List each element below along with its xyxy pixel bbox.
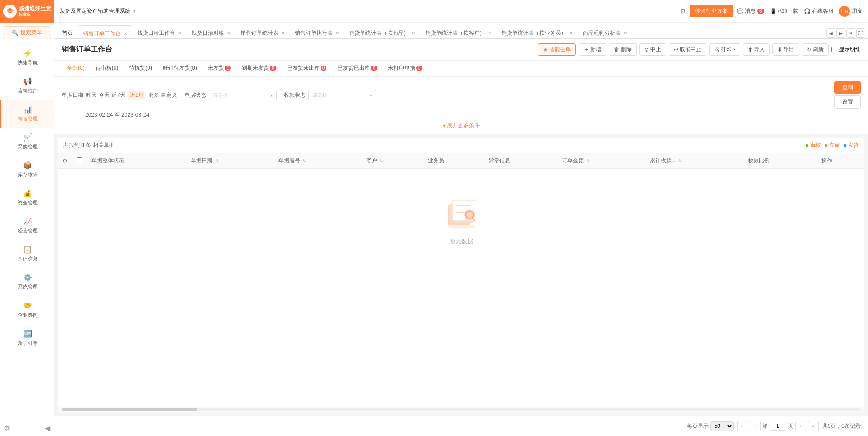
tab-sales-summary-product[interactable]: 销货单统计表（按商品） ✕: [344, 25, 420, 38]
tab-close-sales-summary-staff[interactable]: ✕: [569, 31, 573, 36]
settings-footer-icon[interactable]: ⚙: [4, 424, 10, 432]
show-detail-checkbox[interactable]: [831, 47, 837, 52]
date-option-custom[interactable]: 自定义: [161, 91, 177, 99]
tab-close-gross-margin[interactable]: ✕: [623, 31, 627, 36]
filter-tab-shipped-outbound[interactable]: 已发货已出库0: [332, 61, 383, 76]
table-scroll-container[interactable]: ⚙ 单据整体状态 单据日期 ⇅: [58, 153, 864, 407]
th-amount[interactable]: 订单金额 ⇅: [557, 153, 645, 169]
th-date[interactable]: 单据日期 ⇅: [186, 153, 274, 169]
select-all-checkbox[interactable]: [77, 157, 82, 163]
table-count: 共找到 0 条 相关单据: [63, 142, 115, 149]
tab-close-cash-daily[interactable]: ✕: [178, 31, 182, 36]
th-number[interactable]: 单据编号 ⇅: [274, 153, 362, 169]
export-button[interactable]: ⬇ 导出: [772, 43, 799, 56]
message-action[interactable]: 💬 消息 6: [737, 7, 764, 15]
tab-prev-button[interactable]: ◀: [826, 28, 835, 38]
th-collected[interactable]: 累计收款... ⇅: [645, 153, 744, 169]
filter-tab-pending-inspect[interactable]: 待拣货(0): [124, 61, 158, 76]
filter-tab-all[interactable]: 全部(0): [62, 61, 90, 76]
industry-solution-button[interactable]: 体验行业方案: [690, 5, 733, 17]
filter-tab-wangpu-ship[interactable]: 旺铺待发货(0): [158, 61, 202, 76]
smart-create-button[interactable]: ★ 智能生单: [538, 43, 576, 56]
page-number-input[interactable]: [770, 422, 786, 431]
delete-button[interactable]: 🗑 删除: [609, 43, 637, 56]
tab-close-sales-stats[interactable]: ✕: [281, 31, 285, 36]
page-size-select[interactable]: 50 100 200: [710, 421, 734, 431]
sidebar-item-quicknav[interactable]: ⚡ 快捷导航: [0, 43, 54, 71]
first-page-button[interactable]: «: [737, 421, 748, 431]
horizontal-scrollbar[interactable]: [58, 407, 864, 412]
show-detail-checkbox-label[interactable]: 显示明细: [831, 46, 861, 53]
tab-close-sales-summary-customer[interactable]: ✕: [488, 31, 491, 36]
th-customer[interactable]: 客户 ⇅: [362, 153, 424, 169]
tab-maximize-button[interactable]: ⛶: [856, 28, 865, 38]
sidebar-item-inventory[interactable]: 📦 库存核算: [0, 156, 54, 184]
date-option-today[interactable]: 今天: [99, 91, 110, 99]
filter-tab-unshipped[interactable]: 未发货0: [202, 61, 237, 76]
tab-cash-daily[interactable]: 钱货日清工作台 ✕: [132, 25, 187, 38]
sidebar-item-guide[interactable]: 🆕 新手引导: [0, 324, 54, 352]
sidebar-item-basic[interactable]: 📋 基础信息: [0, 240, 54, 268]
empty-illustration: [439, 196, 484, 232]
user-menu[interactable]: Ea 用友: [839, 6, 863, 17]
online-service-action[interactable]: 🎧 在线客服: [804, 7, 834, 15]
app-download-action[interactable]: 📱 App下载: [770, 7, 798, 15]
collapse-sidebar-icon[interactable]: ◀: [45, 424, 50, 432]
tab-sales-exec[interactable]: 销售订单执行表 ✕: [290, 25, 344, 38]
ship-action-button[interactable]: 发货: [844, 142, 859, 149]
expand-conditions-button[interactable]: ▾ 展开更多条件: [443, 122, 480, 129]
date-option-more[interactable]: 更多: [148, 91, 159, 99]
tab-close-all-button[interactable]: ✕: [846, 28, 855, 38]
cooperation-icon: 🤝: [23, 301, 32, 310]
stop-button[interactable]: ⊘ 中止: [639, 43, 666, 56]
prev-page-button[interactable]: ‹: [750, 421, 761, 431]
sidebar-item-marketing[interactable]: 📢 营销推广: [0, 71, 54, 100]
sidebar-item-finance[interactable]: 💰 资金管理: [0, 184, 54, 212]
date-option-yesterday[interactable]: 昨天: [86, 91, 97, 99]
date-option-1month[interactable]: 近1月: [127, 90, 147, 100]
query-button[interactable]: 查询: [834, 81, 861, 94]
review-action-button[interactable]: 审核: [806, 142, 821, 149]
add-button[interactable]: ＋ 新增: [579, 43, 606, 56]
scrollbar-thumb[interactable]: [62, 408, 197, 411]
import-button[interactable]: ⬆ 导入: [743, 43, 770, 56]
sidebar-item-cooperation[interactable]: 🤝 企业协同: [0, 296, 54, 324]
tab-sales-summary-staff[interactable]: 销货单统计表（按业务员） ✕: [496, 25, 578, 38]
filter-tab-pending-review[interactable]: 待审核(0): [90, 61, 124, 76]
tab-next-button[interactable]: ▶: [836, 28, 845, 38]
search-menu-button[interactable]: 🔍 搜索菜单: [3, 26, 51, 39]
sidebar-item-system[interactable]: ⚙️ 系统管理: [0, 268, 54, 296]
table-area: 共找到 0 条 相关单据 审核 充审 发货: [58, 138, 864, 412]
filter-tab-unprinted[interactable]: 未打印单据0: [383, 61, 428, 76]
chevron-down-icon[interactable]: ▼: [132, 9, 137, 14]
setting-button[interactable]: 设置: [834, 95, 861, 109]
status-select[interactable]: 请选择 ▾: [209, 90, 277, 100]
filter-tab-overdue-unshipped[interactable]: 到期未发货0: [236, 61, 282, 76]
tab-close-sales-workbench[interactable]: ✕: [124, 31, 127, 36]
filter-tab-shipped-no-outbound[interactable]: 已发货未出库0: [282, 61, 332, 76]
sidebar-item-operation[interactable]: 📈 经营管理: [0, 212, 54, 240]
tab-sales-stats[interactable]: 销售订单统计表 ✕: [235, 25, 290, 38]
tab-close-sales-exec[interactable]: ✕: [336, 31, 339, 36]
date-option-7days[interactable]: 近7天: [111, 91, 125, 99]
sidebar-item-sales[interactable]: 📊 销售管理: [0, 100, 54, 128]
tab-sales-workbench[interactable]: 销售订单工作台 ✕: [78, 25, 132, 39]
next-page-button[interactable]: ›: [795, 421, 806, 431]
column-settings-icon[interactable]: ⚙: [62, 158, 67, 164]
payment-select[interactable]: 请选择 ▾: [308, 90, 376, 100]
cancel-review-action-button[interactable]: 充审: [825, 142, 840, 149]
refresh-button[interactable]: ↻ 刷新: [802, 43, 829, 56]
tab-home[interactable]: 首页: [57, 25, 78, 38]
tab-sales-summary-customer[interactable]: 销货单统计表（按客户） ✕: [420, 25, 496, 38]
cancel-stop-button[interactable]: ↩ 取消中止: [669, 43, 706, 56]
print-button[interactable]: 🖨 打印 ▾: [709, 43, 740, 56]
payment-select-arrow: ▾: [370, 93, 372, 98]
tab-gross-margin[interactable]: 商品毛利分析表 ✕: [578, 25, 632, 38]
tab-cash-reconcile[interactable]: 钱货日清对账 ✕: [187, 25, 235, 38]
tab-close-sales-summary-product[interactable]: ✕: [412, 31, 415, 36]
tab-close-cash-reconcile[interactable]: ✕: [227, 31, 230, 36]
sort-amount-icon: ⇅: [586, 158, 590, 163]
last-page-button[interactable]: »: [808, 421, 819, 431]
settings-topbar-icon[interactable]: ⚙: [680, 8, 686, 15]
sidebar-item-purchase[interactable]: 🛒 采购管理: [0, 128, 54, 156]
